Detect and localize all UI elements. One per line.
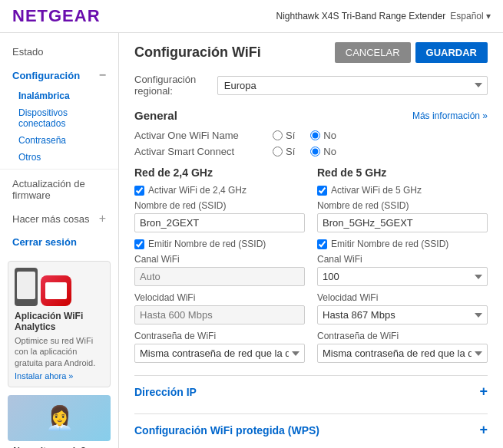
canal-24-input	[134, 267, 305, 286]
hacer-plus-icon: +	[99, 212, 106, 226]
smart-connect-no-option[interactable]: No	[310, 146, 336, 157]
ip-title: Dirección IP	[134, 386, 197, 398]
ssid-24-input[interactable]	[134, 213, 305, 232]
contrasena-5-label: Contraseña de WiFi	[317, 331, 488, 341]
header: NETGEAR Nighthawk X4S Tri-Band Range Ext…	[0, 0, 503, 33]
sidebar-help: 👩‍💼 ¿Necesita ayuda? Envíe sus dudas a n…	[8, 395, 111, 448]
ip-header[interactable]: Dirección IP +	[134, 384, 488, 400]
ssid-24-field: Nombre de red (SSID)	[134, 200, 305, 232]
emitir-ssid-24-row: Emitir Nombre de red (SSID)	[134, 239, 305, 249]
layout: Estado Configuración − Inalámbrica Dispo…	[0, 33, 503, 448]
header-right: Nighthawk X4S Tri-Band Range Extender Es…	[276, 11, 491, 21]
activar-24-row: Activar WiFi de 2,4 GHz	[134, 185, 305, 196]
band-5-title: Red de 5 GHz	[317, 166, 488, 179]
sidebar-sub-dispositivos[interactable]: Dispositivos conectados	[0, 104, 118, 132]
velocidad-5-label: Velocidad WiFi	[317, 292, 488, 303]
ssid-24-label: Nombre de red (SSID)	[134, 200, 305, 211]
sidebar-item-estado[interactable]: Estado	[0, 41, 118, 63]
smart-connect-si-option[interactable]: Sí	[273, 146, 295, 157]
sidebar-sub-otros[interactable]: Otros	[0, 149, 118, 166]
activar-5-checkbox[interactable]	[317, 186, 327, 196]
velocidad-24-label: Velocidad WiFi	[134, 292, 305, 303]
action-buttons: CANCELAR GUARDAR	[335, 42, 488, 63]
regional-label: Configuración regional:	[134, 74, 211, 97]
contrasena-5-select[interactable]: Misma contraseña de red que la de la exi…	[317, 344, 488, 363]
canal-5-select[interactable]: 100	[317, 267, 488, 286]
emitir-ssid-5-label: Emitir Nombre de red (SSID)	[331, 239, 448, 249]
emitir-ssid-24-label: Emitir Nombre de red (SSID)	[148, 239, 266, 249]
one-wifi-no-radio[interactable]	[310, 130, 320, 140]
main-content: Configuración WiFi CANCELAR GUARDAR Conf…	[119, 33, 503, 448]
wps-title: Configuración WiFi protegida (WPS)	[134, 424, 319, 436]
ssid-5-label: Nombre de red (SSID)	[317, 200, 488, 211]
hacer-label: Hacer más cosas	[12, 213, 89, 225]
person-icon: 👩‍💼	[45, 404, 74, 431]
sidebar: Estado Configuración − Inalámbrica Dispo…	[0, 33, 119, 448]
cancel-button[interactable]: CANCELAR	[335, 42, 411, 63]
velocidad-24-input	[134, 305, 305, 324]
page-title: Configuración WiFi	[134, 44, 261, 61]
activar-24-checkbox[interactable]	[134, 186, 144, 196]
sidebar-item-actualizacion[interactable]: Actualización de firmware	[0, 173, 118, 206]
phone-icon	[15, 268, 38, 306]
band-24-col: Red de 2,4 GHz Activar WiFi de 2,4 GHz N…	[134, 166, 305, 369]
sidebar-item-hacer[interactable]: Hacer más cosas +	[0, 206, 118, 231]
one-wifi-radio-group: Sí No	[273, 130, 336, 141]
canal-24-field: Canal WiFi	[134, 254, 305, 286]
device-name: Nighthawk X4S Tri-Band Range Extender	[276, 11, 445, 21]
si-label: Sí	[286, 130, 295, 141]
wps-section: Configuración WiFi protegida (WPS) +	[134, 413, 488, 446]
save-button[interactable]: GUARDAR	[415, 42, 488, 63]
smart-connect-label: Activar Smart Connect	[134, 146, 273, 157]
app-icon-tv	[45, 282, 67, 299]
sidebar-item-configuracion[interactable]: Configuración −	[0, 63, 118, 87]
app-desc: Optimice su red WiFi con la aplicación g…	[15, 335, 104, 368]
velocidad-5-select[interactable]: Hasta 867 Mbps	[317, 305, 488, 324]
general-title: General	[134, 109, 177, 122]
one-wifi-no-option[interactable]: No	[310, 130, 336, 141]
contrasena-24-label: Contraseña de WiFi	[134, 331, 305, 341]
one-wifi-si-radio[interactable]	[273, 130, 283, 140]
sidebar-sub-inalambrica[interactable]: Inalámbrica	[0, 87, 118, 104]
smart-connect-si-radio[interactable]	[273, 147, 283, 156]
regional-select[interactable]: Europa	[217, 76, 488, 95]
language-selector[interactable]: Español	[450, 11, 491, 21]
smart-connect-row: Activar Smart Connect Sí No	[134, 146, 488, 157]
wps-header[interactable]: Configuración WiFi protegida (WPS) +	[134, 422, 488, 438]
si-label-2: Sí	[286, 146, 295, 157]
smart-connect-no-radio[interactable]	[310, 147, 320, 156]
canal-5-field: Canal WiFi 100	[317, 254, 488, 286]
emitir-ssid-24-checkbox[interactable]	[134, 239, 144, 249]
band-columns: Red de 2,4 GHz Activar WiFi de 2,4 GHz N…	[134, 166, 488, 369]
sidebar-sub-contrasena[interactable]: Contraseña	[0, 132, 118, 149]
ssid-5-input[interactable]	[317, 213, 488, 232]
velocidad-5-field: Velocidad WiFi Hasta 867 Mbps	[317, 292, 488, 324]
activar-24-label: Activar WiFi de 2,4 GHz	[148, 185, 247, 196]
one-wifi-label: Activar One WiFi Name	[134, 130, 273, 141]
canal-5-label: Canal WiFi	[317, 254, 488, 265]
activar-5-row: Activar WiFi de 5 GHz	[317, 185, 488, 196]
no-label: No	[323, 130, 336, 141]
mas-info-link[interactable]: Más información »	[412, 110, 488, 121]
velocidad-24-field: Velocidad WiFi	[134, 292, 305, 324]
logo: NETGEAR	[12, 6, 101, 26]
app-link[interactable]: Instalar ahora »	[15, 371, 104, 380]
wps-plus-icon: +	[479, 422, 488, 438]
app-promo-image	[15, 268, 104, 306]
canal-24-label: Canal WiFi	[134, 254, 305, 265]
sidebar-item-cerrar-sesion[interactable]: Cerrar sesión	[0, 231, 118, 253]
phone-screen	[17, 272, 35, 299]
no-label-2: No	[323, 146, 336, 157]
contrasena-24-select[interactable]: Misma contraseña de red que la de la exi…	[134, 344, 305, 363]
minus-icon: −	[99, 68, 106, 82]
app-title: Aplicación WiFi Analytics	[15, 311, 104, 332]
one-wifi-si-option[interactable]: Sí	[273, 130, 295, 141]
help-image: 👩‍💼	[8, 395, 111, 441]
ssid-5-field: Nombre de red (SSID)	[317, 200, 488, 232]
activar-5-label: Activar WiFi de 5 GHz	[331, 185, 422, 196]
one-wifi-row: Activar One WiFi Name Sí No	[134, 130, 488, 141]
sidebar-configuracion-label: Configuración	[12, 70, 80, 81]
ip-plus-icon: +	[479, 384, 488, 400]
general-section-header: General Más información »	[134, 109, 488, 122]
emitir-ssid-5-checkbox[interactable]	[317, 239, 327, 249]
